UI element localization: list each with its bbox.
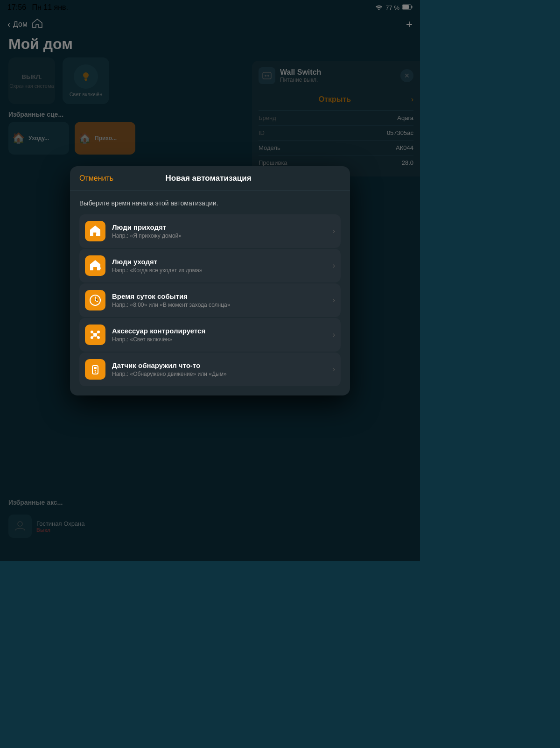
time-event-subtitle: Напр.: «8:00» или «В момент захода солнц… [112, 302, 333, 308]
people-arrive-subtitle: Напр.: «Я прихожу домой» [112, 233, 333, 239]
people-leave-title: Люди уходят [112, 258, 333, 266]
people-arrive-icon [85, 221, 105, 241]
people-leave-chevron: › [333, 261, 335, 270]
accessory-controlled-text: Аксессуар контролируется Напр.: «Свет вк… [112, 327, 333, 343]
time-event-title: Время суток события [112, 292, 333, 300]
sensor-detected-title: Датчик обнаружил что-то [112, 361, 333, 369]
modal-title: Новая автоматизация [166, 174, 252, 183]
automation-option-people-arrive[interactable]: Люди приходят Напр.: «Я прихожу домой» › [79, 214, 341, 248]
sensor-detected-text: Датчик обнаружил что-то Напр.: «Обнаруже… [112, 361, 333, 377]
automation-option-people-leave[interactable]: Люди уходят Напр.: «Когда все уходят из … [79, 249, 341, 282]
svg-rect-23 [94, 367, 97, 369]
modal-cancel-button[interactable]: Отменить [79, 174, 113, 183]
people-leave-icon [85, 255, 105, 276]
svg-point-25 [95, 372, 96, 373]
modal-body: Выберите время начала этой автоматизации… [70, 191, 350, 395]
automation-option-sensor[interactable]: Датчик обнаружил что-то Напр.: «Обнаруже… [79, 353, 341, 386]
sensor-detected-chevron: › [333, 365, 335, 374]
automation-option-time[interactable]: Время суток события Напр.: «8:00» или «В… [79, 283, 341, 317]
time-event-chevron: › [333, 296, 335, 304]
accessory-controlled-icon [85, 325, 105, 345]
people-arrive-chevron: › [333, 227, 335, 235]
sensor-detected-icon [85, 359, 105, 380]
automation-modal: Отменить Новая автоматизация Выберите вр… [70, 166, 350, 395]
time-event-text: Время суток события Напр.: «8:00» или «В… [112, 292, 333, 308]
modal-description: Выберите время начала этой автоматизации… [79, 199, 341, 207]
accessory-controlled-chevron: › [333, 331, 335, 339]
time-event-icon [85, 290, 105, 310]
modal-header: Отменить Новая автоматизация [70, 166, 350, 191]
accessory-controlled-subtitle: Напр.: «Свет включён» [112, 336, 333, 343]
modal-overlay: Отменить Новая автоматизация Выберите вр… [0, 0, 420, 561]
modal-items-list: Люди приходят Напр.: «Я прихожу домой» › [79, 214, 341, 386]
people-leave-subtitle: Напр.: «Когда все уходят из дома» [112, 267, 333, 274]
svg-point-24 [95, 370, 96, 371]
accessory-controlled-title: Аксессуар контролируется [112, 327, 333, 335]
people-arrive-text: Люди приходят Напр.: «Я прихожу домой» [112, 223, 333, 239]
people-leave-text: Люди уходят Напр.: «Когда все уходят из … [112, 258, 333, 274]
people-arrive-title: Люди приходят [112, 223, 333, 231]
automation-option-accessory[interactable]: Аксессуар контролируется Напр.: «Свет вк… [79, 318, 341, 352]
sensor-detected-subtitle: Напр.: «Обнаружено движение» или «Дым» [112, 371, 333, 377]
